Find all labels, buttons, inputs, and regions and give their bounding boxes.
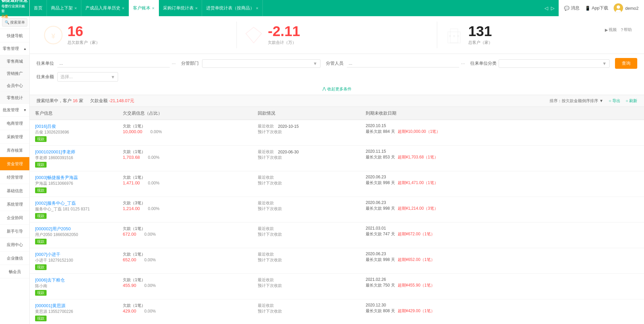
overdue-link-0[interactable]: 超期¥10,000.00（1笔） [398,129,441,135]
customer-id-link-2[interactable]: [0003]畅捷服务尹海蕊 [35,175,78,180]
sidebar-item-system[interactable]: 系统管理 [0,198,29,211]
recent-label-2: 最近收款 [258,175,274,180]
overdue-link-4[interactable]: 超期¥672.00（1笔） [398,231,435,237]
due-date-3: 2020.06.23 [366,200,639,205]
tab-close-icon[interactable]: ✕ [122,6,124,10]
cell-customer-info-0: [0016]吕俊 吕俊 13026203696 现款 [30,120,117,146]
overdue-link-3[interactable]: 超期¥1,214.00（3笔） [398,206,438,211]
debt-amount-0: 10,000.00 [123,129,142,134]
sidebar-item-retail-stats[interactable]: 零售统计 [0,92,29,104]
filter-balance-select[interactable]: 选择... ▼ [57,72,118,82]
message-button[interactable]: 💬 消息 [564,5,580,11]
due-date-5: 2020.06.23 [366,252,639,256]
customer-id-link-6[interactable]: [0006]去下粮仓 [35,277,65,283]
query-button[interactable]: 查询 [615,58,637,69]
sidebar-item-purchase[interactable]: 采购管理 [0,130,29,144]
debt-label-6: 欠款（1笔） [123,277,247,283]
recent-label-4: 最近收款 [258,226,274,232]
filter-category-select[interactable]: ▼ [499,59,610,68]
table-row: [0001020001]李老师 李老师 18600391516 现款 欠款（1笔… [30,146,644,171]
sidebar-item-member[interactable]: 会员中心 [0,80,29,92]
cell-customer-info-4: [000002]用户2050 用户2050 18665062050 现款 [30,223,117,248]
customer-id-link-3[interactable]: [0002]服务中心_丁磊 [35,201,76,206]
col-customer-info: 客户信息 [30,107,117,120]
customer-id-link-0[interactable]: [0016]吕俊 [35,124,56,129]
customer-id-link-4[interactable]: [000002]用户2050 [35,226,71,231]
video-button[interactable]: ▶ 视频 [605,27,617,33]
sidebar-item-app-center[interactable]: 应用中心 [0,238,29,252]
sidebar-item-business[interactable]: 经营管理 [0,171,29,184]
tab-products[interactable]: 商品上下架 ✕ [47,0,81,16]
filter-company-dots[interactable]: ··· [172,61,176,66]
next-label-4: 预计下次收款 [258,232,355,237]
help-button[interactable]: ? 帮助 [621,27,632,33]
app-download-button[interactable]: 📱 App下载 [585,5,608,11]
recent-label-1: 最近收款 [258,149,274,155]
filter-manager-input[interactable] [347,59,459,67]
customer-id-link-5[interactable]: [0007]小进干 [35,252,60,257]
tab-close-icon[interactable]: ✕ [74,6,77,10]
sidebar-item-finance[interactable]: 资金管理 [0,157,29,171]
cell-due-date-1: 2020.11.15 最长欠款 853 天 超期¥1,703.68（1笔） [360,146,644,171]
overdue-link-1[interactable]: 超期¥1,703.68（1笔） [398,154,438,160]
tab-scroll-right-icon[interactable]: ▷ [551,5,555,11]
tab-close-icon[interactable]: ✕ [195,6,198,10]
sidebar-item-retail[interactable]: 零售管理 ▲ [0,42,29,55]
due-date-6: 2021.02.26 [366,277,639,282]
filter-collapse-button[interactable]: ⋀ 收起更多条件 [36,85,637,93]
due-date-1: 2020.11.15 [366,149,639,154]
table-row: [0002]服务中心_丁磊 服务中心_丁磊 181 0125 8371 现款 欠… [30,197,644,223]
tab-production[interactable]: 产成品入库单历史 ✕ [81,0,129,16]
tab-purchase-stats[interactable]: 采购订单统计表 ✕ [159,0,202,16]
tab-close-icon[interactable]: ✕ [152,6,155,10]
customer-id-link-1[interactable]: [0001020001]李老师 [35,149,75,154]
sidebar-item-batch[interactable]: 批发管理 ▼ [0,104,29,117]
stat-total-label: 总客户（家） [468,40,493,46]
download-icon: 📱 [585,6,590,11]
refresh-button[interactable]: ○ 刷新 [626,98,637,104]
sidebar-item-marketing[interactable]: 营销推广 [0,67,29,80]
overdue-link-6[interactable]: 超期¥455.90（1笔） [398,283,435,288]
debt-amount-7: 429.00 [123,308,136,314]
sidebar-item-vip[interactable]: 畅会员 [0,265,29,278]
export-button[interactable]: ○ 导出 [609,98,620,104]
table-body: [0016]吕俊 吕俊 13026203696 现款 欠款（1笔） 10,000… [30,120,644,324]
results-actions: 排序：按欠款金额倒序排序 ▼ ○ 导出 ○ 刷新 [550,98,637,104]
overdue-link-2[interactable]: 超期¥1,471.00（1笔） [398,180,438,186]
sidebar-item-wechat[interactable]: 企业微信 [0,252,29,265]
search-menu-button[interactable]: 🔍 搜索菜单 [2,18,27,27]
overdue-link-7[interactable]: 超期¥429.00（1笔） [398,308,435,314]
tab-home[interactable]: 首页 [30,0,47,16]
data-table-container: 客户信息 欠交易信息（占比） 回款情况 到期未收款日期 [0016]吕俊 吕俊 … [30,107,644,324]
tab-customer[interactable]: 客户账本 ✕ [129,0,159,16]
sidebar-item-ecommerce[interactable]: 电商管理 [0,117,29,130]
stat-overdue-customers: ¥ 16 总欠款客户（家） [36,22,237,48]
tab-bar: 首页 商品上下架 ✕ 产成品入库单历史 ✕ 客户账本 ✕ 采购订单统计表 ✕ 进… [30,0,540,16]
table-header-row: 客户信息 欠交易信息（占比） 回款情况 到期未收款日期 [30,107,644,120]
sidebar-item-basic[interactable]: 基础信息 [0,184,29,198]
debt-label-4: 欠款（1笔） [123,226,247,232]
tab-inventory-stats[interactable]: 进货单统计表（按商品） ✕ [202,0,263,16]
table-row: [000001]黄思源 黄思源 13552700226 现款 欠款（1笔） 42… [30,299,644,324]
sidebar-item-quick-nav[interactable]: 快捷导航 [0,29,29,42]
cell-payment-0: 最近收款 2020-10-15 预计下次收款 [252,120,360,146]
filter-manager-dots[interactable]: ··· [461,61,465,66]
filter-company-input[interactable] [57,59,170,67]
sidebar-item-retail-store[interactable]: 零售商城 [0,55,29,67]
sort-button[interactable]: 排序：按欠款金额倒序排序 ▼ [550,98,604,104]
tab-scroll-left-icon[interactable]: ◁ [544,5,548,11]
cell-debt-info-0: 欠款（1笔） 10,000.00 0.00% [117,120,252,146]
overdue-link-5[interactable]: 超期¥652.00（1笔） [398,257,435,263]
sidebar-item-enterprise[interactable]: 企业协同 [0,211,29,225]
sidebar-item-guide[interactable]: 新手引导 [0,225,29,238]
tab-controls: ◁ ▷ [540,5,559,11]
max-days-5: 最长欠款 998 天 [366,257,395,263]
cell-due-date-4: 2021.03.01 最长欠款 747 天 超期¥672.00（1笔） [360,223,644,248]
sidebar-item-inventory[interactable]: 库存核算 [0,144,29,157]
customer-id-link-7[interactable]: [000001]黄思源 [35,303,65,308]
tab-close-icon[interactable]: ✕ [256,6,258,10]
cell-debt-info-2: 欠款（1笔） 1,471.00 0.00% [117,171,252,197]
debt-pct-3: 0.00% [148,206,160,211]
user-menu[interactable]: demo2 [614,3,639,13]
filter-dept-select[interactable]: ▼ [202,59,320,68]
